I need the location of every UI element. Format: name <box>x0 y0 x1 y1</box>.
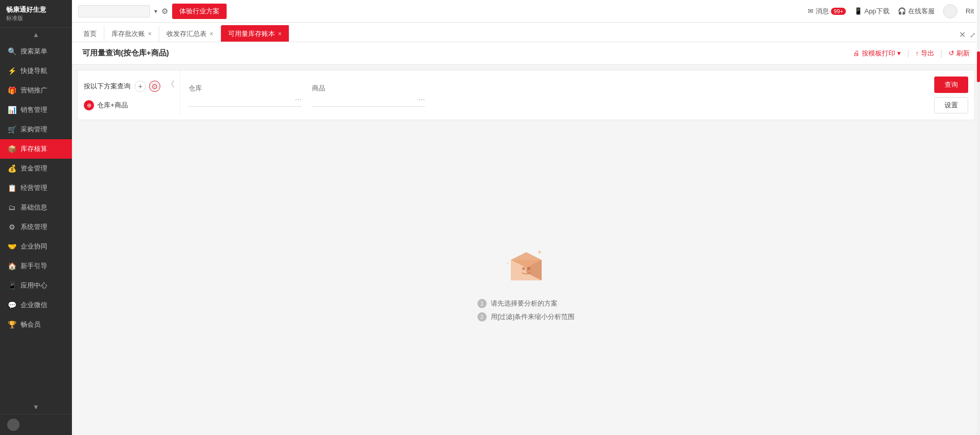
empty-illustration: ✦ ✦ <box>495 239 557 291</box>
sidebar-item-enterprise[interactable]: 🤝 企业协同 <box>0 237 72 256</box>
tab-available-close[interactable]: × <box>278 31 282 37</box>
sidebar-item-marketing[interactable]: 🎁 营销推广 <box>0 81 72 100</box>
scheme-actions: + ⊙ <box>135 77 160 92</box>
scrollbar[interactable] <box>977 0 980 435</box>
sidebar-item-label: 企业微信 <box>21 300 47 310</box>
svg-text:✦: ✦ <box>537 248 543 256</box>
service-btn[interactable]: 🎧 在线客服 <box>898 7 935 16</box>
scheme-settings-btn[interactable]: ⊙ <box>149 81 160 92</box>
scheme-item-warehouse-product[interactable]: ⊕ 仓库+商品 <box>78 97 180 114</box>
topbar-gear-icon[interactable]: ⚙ <box>161 7 168 16</box>
sidebar-item-label: 企业协同 <box>21 242 47 251</box>
refresh-btn[interactable]: ↺ 刷新 <box>949 49 970 58</box>
sidebar-item-newbie[interactable]: 🏠 新手引导 <box>0 256 72 276</box>
tip-text-2: 用[过滤]条件来缩小分析范围 <box>491 312 575 321</box>
divider: | <box>907 49 909 58</box>
svg-point-4 <box>527 267 530 270</box>
cart-icon: 🛒 <box>7 125 16 134</box>
user-avatar-small <box>7 419 20 431</box>
message-badge: 99+ <box>831 8 846 15</box>
box-icon: 📦 <box>7 145 16 153</box>
add-scheme-btn[interactable]: + <box>135 81 146 92</box>
tab-batch-label: 库存批次账 <box>112 29 145 39</box>
tab-summary[interactable]: 收发存汇总表 × <box>159 25 221 42</box>
export-icon: ↑ <box>915 49 919 57</box>
username[interactable]: Rit <box>966 7 974 15</box>
tab-expand-btn[interactable]: ⤢ <box>970 31 976 39</box>
warehouse-more-btn[interactable]: ··· <box>295 95 302 104</box>
app-download-btn[interactable]: 📱 App下载 <box>854 7 890 16</box>
filter-row: 按以下方案查询 + ⊙ 《 ⊕ 仓库+商品 <box>78 70 974 120</box>
sidebar-item-appstore[interactable]: 📱 应用中心 <box>0 276 72 295</box>
headset-icon: 🎧 <box>898 7 906 15</box>
sidebar-item-label: 基础信息 <box>21 203 47 212</box>
gear-icon: ⚙ <box>7 223 16 231</box>
sidebar-scroll-up[interactable]: ▲ <box>0 28 72 42</box>
folder-icon: 🗂 <box>7 203 16 212</box>
scheme-item-label: 仓库+商品 <box>97 101 128 110</box>
filter-panel: 按以下方案查询 + ⊙ 《 ⊕ 仓库+商品 <box>77 70 975 120</box>
home-icon: 🏠 <box>7 262 16 270</box>
tab-close-all-btn[interactable]: ✕ <box>959 30 966 40</box>
clipboard-icon: 📋 <box>7 184 16 192</box>
page-actions: 🖨 按模板打印 ▾ | ↑ 导出 | ↺ 刷新 <box>853 49 970 58</box>
divider2: | <box>940 49 942 58</box>
handshake-icon: 🤝 <box>7 242 16 251</box>
export-btn[interactable]: ↑ 导出 <box>915 49 934 58</box>
sidebar-item-member[interactable]: 🏆 畅会员 <box>0 315 72 334</box>
query-btn[interactable]: 查询 <box>934 77 968 93</box>
warehouse-field-label: 仓库 <box>189 84 302 93</box>
sidebar-item-basic[interactable]: 🗂 基础信息 <box>0 198 72 217</box>
filter-left-panel: 按以下方案查询 + ⊙ 《 ⊕ 仓库+商品 <box>78 70 180 115</box>
svg-point-3 <box>522 267 525 270</box>
print-btn[interactable]: 🖨 按模板打印 ▾ <box>853 49 901 58</box>
trophy-icon: 🏆 <box>7 320 16 329</box>
tabbar-actions: ✕ ⤢ <box>959 30 976 42</box>
trial-btn[interactable]: 体验行业方案 <box>172 4 227 19</box>
empty-tip-1: 1 请先选择要分析的方案 <box>477 299 575 308</box>
sidebar-item-label: 快捷导航 <box>21 66 47 75</box>
filter-settings-btn[interactable]: 设置 <box>934 97 968 114</box>
sidebar-scroll-down[interactable]: ▼ <box>0 400 72 414</box>
collapse-btn[interactable]: 《 <box>164 79 177 90</box>
message-label: 消息 <box>816 7 829 16</box>
tab-summary-close[interactable]: × <box>210 31 213 37</box>
sidebar-item-label: 资金管理 <box>21 164 47 173</box>
tab-home[interactable]: 首页 <box>76 25 104 42</box>
sidebar-item-operations[interactable]: 📋 经营管理 <box>0 178 72 198</box>
warehouse-input[interactable] <box>189 96 293 103</box>
scrollbar-thumb <box>977 51 980 82</box>
page-header: 可用量查询(按仓库+商品) 🖨 按模板打印 ▾ | ↑ 导出 | ↺ 刷新 <box>72 42 980 65</box>
sidebar-brand-sub: 标准版 <box>6 14 66 22</box>
sidebar-item-wechat[interactable]: 💬 企业微信 <box>0 295 72 315</box>
chart-icon: 📊 <box>7 106 16 114</box>
sidebar-item-label: 采购管理 <box>21 125 47 134</box>
sidebar-item-purchase[interactable]: 🛒 采购管理 <box>0 120 72 139</box>
tab-batch[interactable]: 库存批次账 × <box>104 25 159 42</box>
tab-available[interactable]: 可用量库存账本 × <box>221 25 289 42</box>
sidebar-item-sales[interactable]: 📊 销售管理 <box>0 100 72 120</box>
product-more-btn[interactable]: ··· <box>418 95 425 104</box>
tip-num-1: 1 <box>477 299 487 308</box>
sidebar-item-inventory[interactable]: 📦 库存核算 <box>0 139 72 159</box>
product-input[interactable] <box>312 96 416 103</box>
app-icon: 📱 <box>854 7 862 15</box>
tab-batch-close[interactable]: × <box>148 31 152 37</box>
sidebar-item-label: 库存核算 <box>21 144 47 154</box>
sidebar-item-label: 畅会员 <box>21 320 41 329</box>
sidebar-item-search[interactable]: 🔍 搜索菜单 <box>0 42 72 61</box>
sidebar-header: 畅康通好生意 标准版 <box>0 0 72 28</box>
printer-icon: 🖨 <box>853 49 860 57</box>
topbar-dropdown-btn[interactable]: ▾ <box>154 8 157 15</box>
empty-tips: 1 请先选择要分析的方案 2 用[过滤]条件来缩小分析范围 <box>477 299 575 321</box>
sidebar-item-finance[interactable]: 💰 资金管理 <box>0 159 72 178</box>
sidebar-item-label: 系统管理 <box>21 222 47 232</box>
sidebar-item-label: 经营管理 <box>21 183 47 193</box>
filter-right-area: 仓库 ··· 商品 ··· <box>180 70 974 120</box>
message-btn[interactable]: ✉ 消息 99+ <box>808 7 846 16</box>
product-input-wrap: ··· <box>312 95 425 107</box>
chat-icon: 💬 <box>7 301 16 309</box>
search-input[interactable] <box>78 5 150 17</box>
sidebar-item-system[interactable]: ⚙ 系统管理 <box>0 217 72 237</box>
sidebar-item-shortcuts[interactable]: ⚡ 快捷导航 <box>0 61 72 81</box>
